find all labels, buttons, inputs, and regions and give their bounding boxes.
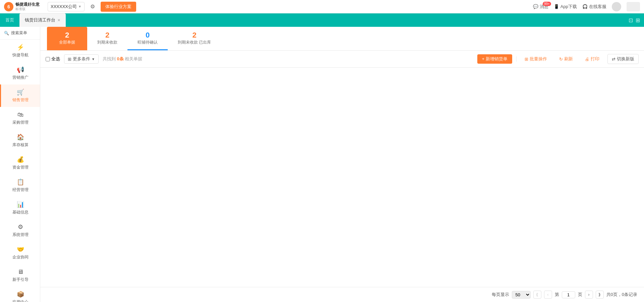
refresh-btn-label: 刷新 — [564, 56, 573, 62]
sidebar-item-guide[interactable]: 🖥 新手引导 — [0, 264, 40, 287]
tab-close-icon[interactable]: ✕ — [57, 18, 60, 22]
sidebar-item-inventory[interactable]: 🏠 库存核算 — [0, 129, 40, 152]
status-card-num-wangfu: 0 — [146, 31, 150, 40]
status-card-num-overdue: 2 — [105, 31, 109, 40]
app-download-action[interactable]: 📱 App下载 — [554, 4, 577, 10]
logo-icon: 6 — [4, 2, 13, 11]
page-first-button[interactable]: ⟪ — [533, 291, 541, 299]
status-card-overdue-out[interactable]: 2 到期未收款 已出库 — [168, 27, 221, 50]
lightning-icon: ⚡ — [17, 44, 24, 51]
batch-btn-label: 批量操作 — [530, 56, 547, 62]
content-area: 2 全部单据 2 到期未收款 0 旺辅待确认 2 到期未收款 已出库 全选 — [40, 27, 644, 302]
sidebar-item-enterprise[interactable]: 🤝 企业协同 — [0, 242, 40, 264]
sidebar-item-label: 营销推广 — [12, 75, 29, 80]
filter-icon: ⊞ — [68, 57, 71, 62]
pagination: 每页显示 50 10 20 100 ⟪ ‹ 第 页 › ⟫ 共0页，0条记录 — [40, 287, 644, 302]
status-card-all[interactable]: 2 全部单据 — [47, 27, 87, 50]
status-card-label-overdue: 到期未收款 — [97, 40, 117, 45]
sidebar-item-label: 企业协同 — [12, 254, 29, 260]
tab-maximize-icon[interactable]: ⊞ — [636, 17, 640, 23]
status-card-label-all: 全部单据 — [59, 40, 75, 45]
page-size-select[interactable]: 50 10 20 100 — [512, 291, 531, 299]
app-download-label: App下载 — [560, 4, 577, 10]
company-selector[interactable]: XXXXXX公司 ▼ — [48, 2, 85, 11]
status-card-num-overdue-out: 2 — [193, 31, 197, 40]
chevron-down-icon: ▼ — [78, 5, 82, 8]
select-all-checkbox[interactable]: 全选 — [46, 56, 60, 62]
select-all-label: 全选 — [51, 56, 60, 62]
tab-home-label: 首页 — [5, 17, 14, 23]
page-next-button[interactable]: › — [585, 291, 593, 299]
sidebar-item-purchase[interactable]: 🛍 采购管理 — [0, 107, 40, 129]
headset-icon: 🎧 — [582, 4, 588, 9]
result-suffix: 相关单据 — [125, 56, 142, 61]
sidebar-item-sales[interactable]: 🛒 销售管理 — [0, 84, 40, 107]
page-prev-button[interactable]: ‹ — [544, 291, 552, 299]
switch-version-button[interactable]: ⇄ 切换新版 — [607, 54, 639, 64]
message-icon: 💬 — [533, 4, 538, 9]
filter-btn-label: 更多条件 — [73, 56, 90, 62]
sidebar-item-system[interactable]: ⚙ 系统管理 — [0, 219, 40, 242]
tab-home[interactable]: 首页 — [0, 13, 19, 27]
select-all-input[interactable] — [46, 57, 50, 61]
gear-icon: ⚙ — [17, 223, 24, 231]
online-service-label: 在线客服 — [589, 4, 606, 10]
header-left: 6 畅捷通好生意 标准版 XXXXXX公司 ▼ ⚙ 体验行业方案 — [4, 2, 136, 12]
result-prefix: 共找到 — [103, 56, 116, 61]
tab-minimize-icon[interactable]: ⊡ — [629, 17, 633, 23]
header-right: 💬 消息 99+ 📱 App下载 🎧 在线客服 — [533, 2, 640, 11]
phone-icon: 📱 — [554, 4, 559, 9]
tab-workbench[interactable]: 钱货日清工作台 ✕ — [19, 13, 66, 27]
sidebar-item-label: 系统管理 — [12, 232, 29, 238]
trial-button[interactable]: 体验行业方案 — [101, 2, 136, 12]
online-service-action[interactable]: 🎧 在线客服 — [582, 4, 606, 10]
status-card-wangfu[interactable]: 0 旺辅待确认 — [127, 27, 168, 50]
print-btn-label: 打印 — [591, 56, 599, 62]
message-action[interactable]: 💬 消息 99+ — [533, 4, 548, 10]
chevron-down-icon: ▼ — [92, 57, 95, 61]
data-icon: 📊 — [17, 201, 24, 208]
table-area — [40, 68, 644, 287]
sidebar-item-marketing[interactable]: 📢 营销推广 — [0, 62, 40, 84]
settings-icon[interactable]: ⚙ — [88, 2, 97, 11]
refresh-icon: ↻ — [559, 57, 563, 62]
sidebar-item-basic-info[interactable]: 📊 基础信息 — [0, 197, 40, 219]
sidebar-item-label: 经营管理 — [12, 187, 29, 193]
home-icon: 🏠 — [17, 133, 24, 141]
sidebar-item-app-center[interactable]: 📦 应用中心 — [0, 287, 40, 302]
status-card-overdue[interactable]: 2 到期未收款 — [87, 27, 127, 50]
main-layout: 🔍 搜索菜单 ⚡ 快捷导航 📢 营销推广 🛒 销售管理 🛍 采购管理 🏠 库存核… — [0, 27, 644, 302]
sidebar-item-label: 基础信息 — [12, 209, 29, 215]
search-menu-label: 搜索菜单 — [11, 30, 27, 36]
logo-title: 畅捷通好生意 — [15, 2, 40, 7]
page-number-input[interactable] — [562, 291, 575, 298]
sidebar-item-operation[interactable]: 📋 经营管理 — [0, 174, 40, 197]
sidebar-item-quick-nav[interactable]: ⚡ 快捷导航 — [0, 40, 40, 62]
sidebar-item-finance[interactable]: 💰 资金管理 — [0, 152, 40, 174]
add-sale-order-button[interactable]: + 新增销货单 — [477, 54, 512, 64]
search-menu[interactable]: 🔍 搜索菜单 — [0, 27, 40, 40]
total-info: 共0页，0条记录 — [606, 292, 637, 298]
refresh-button[interactable]: ↻ 刷新 — [555, 54, 577, 64]
box-icon: 📦 — [17, 291, 24, 298]
user-name-area[interactable] — [627, 2, 640, 11]
status-card-num-all: 2 — [65, 31, 69, 40]
more-filter-button[interactable]: ⊞ 更多条件 ▼ — [64, 54, 99, 64]
monitor-icon: 🖥 — [17, 268, 24, 276]
logo-area: 6 畅捷通好生意 标准版 — [4, 2, 44, 11]
tab-bar-actions: ⊡ ⊞ — [629, 17, 644, 23]
logo-subtitle: 标准版 — [15, 7, 40, 11]
report-icon: 📋 — [17, 178, 24, 186]
avatar[interactable] — [612, 2, 621, 11]
batch-operation-button[interactable]: ⊞ 批量操作 — [521, 54, 551, 64]
toolbar-right: + 新增销货单 ⊞ 批量操作 ↻ 刷新 🖨 打印 ⇄ 切换新版 — [477, 54, 639, 64]
page-size-label: 每页显示 — [492, 292, 509, 298]
message-badge: 99+ — [543, 2, 551, 6]
bag-icon: 🛍 — [17, 111, 24, 118]
search-icon: 🔍 — [4, 31, 9, 36]
batch-icon: ⊞ — [525, 57, 528, 62]
toolbar: 全选 ⊞ 更多条件 ▼ 共找到 0条 相关单据 + 新增销货单 ⊞ 批 — [40, 51, 644, 68]
print-button[interactable]: 🖨 打印 — [581, 54, 603, 64]
page-last-button[interactable]: ⟫ — [596, 291, 604, 299]
status-card-label-overdue-out: 到期未收款 已出库 — [178, 40, 211, 45]
